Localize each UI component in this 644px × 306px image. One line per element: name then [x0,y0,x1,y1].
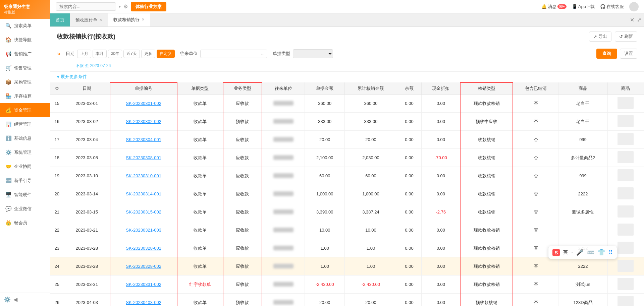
voucher-no-link[interactable]: SK-20230403-002 [126,300,161,305]
sidebar-item-inventory[interactable]: 🏪库存核算 [0,89,50,103]
sidebar-label-finance: 资金管理 [14,107,32,113]
sidebar-item-enterprise[interactable]: 🤝企业协同 [0,160,50,174]
voucher-no-link[interactable]: SK-20230328-001 [126,246,161,251]
grid-icon[interactable]: ⠿ [608,249,613,256]
collapse-icon[interactable]: ◀ [13,296,17,303]
date-last-month-btn[interactable]: 上月 [77,50,91,58]
partner-filter-dots[interactable]: ··· [261,51,265,56]
solution-button[interactable]: 体验行业方案 [131,2,166,11]
voucher-no-link[interactable]: SK-20230314-001 [126,191,161,196]
col-header-biz-type: 业务类型 [223,82,262,95]
date-more-btn[interactable]: 更多 [141,50,155,58]
voucher-no-link[interactable]: SK-20230302-002 [126,119,161,124]
cell-cash-discount: -2.76 [422,203,460,221]
sidebar-item-operation[interactable]: 📊经营管理 [0,117,50,131]
gear-icon[interactable]: ⚙ [55,86,59,91]
tab-prepay-close[interactable]: ✕ [99,18,102,22]
sidebar-item-system[interactable]: ⚙️系统管理 [0,145,50,160]
sidebar-label-inventory: 库存核算 [14,93,32,99]
tab-collection-close[interactable]: ✕ [142,17,145,22]
table-header-row: ⚙ 日期 单据编号 单据类型 业务类型 往来单位 单据金额 累计核销金额 余额 … [50,82,644,95]
partner-filter-input[interactable] [200,50,267,58]
refresh-button[interactable]: ↺ 刷新 [615,32,637,42]
date-this-month-btn[interactable]: 本月 [93,50,107,58]
voucher-no-link[interactable]: SK-20230308-001 [126,155,161,160]
cell-voucher-type: 收款单 [177,185,223,203]
cell-voucher-no: SK-20230308-001 [110,149,177,167]
voucher-no-link[interactable]: SK-20230331-002 [126,282,161,287]
sidebar-label-hardware: 智能硬件 [14,192,32,198]
sidebar-icon-guide: 🆕 [5,178,11,184]
col-header-gear[interactable]: ⚙ [50,82,64,95]
cell-balance: 0.00 [397,131,422,149]
tab-prepay[interactable]: 预收应付单 ✕ [70,13,108,26]
date-7days-btn[interactable]: 近7天 [123,50,140,58]
tab-close-all-icon[interactable]: ✕ [630,17,634,23]
voucher-no-link[interactable]: SK-20230315-002 [126,209,161,215]
table-body: 15 2023-03-01 SK-20230301-002 收款单 应收款 36… [50,95,644,306]
tab-expand-icon[interactable]: ⤢ [637,17,641,23]
tab-home[interactable]: 首页 [50,13,70,26]
messages-badge: 99+ [557,4,567,9]
cell-goods2 [607,294,644,306]
keyboard-icon[interactable]: ⌨️ [587,249,594,256]
sidebar-item-hardware[interactable]: 🖥️智能硬件 [0,188,50,202]
export-button[interactable]: ↗ 导出 [589,32,611,42]
cell-amount: 60.00 [305,167,345,185]
cell-cancel-type: 收款核销 [460,149,513,167]
cell-include-cleared: 否 [513,257,558,276]
sidebar-item-basic[interactable]: ℹ️基础信息 [0,131,50,145]
sidebar-item-sales[interactable]: 🛒销售管理 [0,61,50,75]
sidebar-item-guide[interactable]: 🆕新手引导 [0,174,50,188]
messages-link[interactable]: 🔔 消息 99+ [541,4,567,10]
filter-settings-button[interactable]: 设置 [620,49,637,59]
cell-goods2 [607,257,644,276]
voucher-no-link[interactable]: SK-20230328-002 [126,264,161,269]
refresh-label: 刷新 [624,34,633,40]
expand-more-conditions[interactable]: ▾ 展开更多条件 [50,72,644,82]
cell-biz-type: 应收款 [223,167,262,185]
cell-cancel-type: 现款收款核销 [460,221,513,239]
sidebar-item-quick[interactable]: 🏠快捷导航 [0,33,50,47]
sidebar-icon-search: 🔍 [5,23,11,29]
query-button[interactable]: 查询 [596,49,617,59]
online-service-link[interactable]: 🎧 在线客服 [600,4,624,10]
double-arrow-icon[interactable]: » [57,50,60,57]
topbar-search-input[interactable] [56,2,116,11]
sidebar-icon-wechat: 💬 [5,206,11,212]
cell-goods2 [607,167,644,185]
sidebar-item-search[interactable]: 🔍搜索菜单 [0,19,50,33]
sidebar-item-marketing[interactable]: 📢营销推广 [0,47,50,61]
settings-icon[interactable]: ⚙️ [4,296,11,303]
sidebar-label-enterprise: 企业协同 [14,164,32,170]
shirt-icon[interactable]: 👕 [598,249,605,256]
sidebar-item-member[interactable]: 👑畅会员 [0,216,50,230]
voucher-no-link[interactable]: SK-20230310-001 [126,173,161,178]
sidebar-item-finance[interactable]: 💰资金管理 [0,103,50,117]
topbar-gear-icon[interactable]: ⚙ [123,3,128,10]
page-header: 收款核销执行(按收款) ↗ 导出 ↺ 刷新 [50,27,644,45]
date-custom-btn[interactable]: 自定义 [157,50,175,58]
voucher-no-link[interactable]: SK-20230301-002 [126,101,161,106]
voucher-no-link[interactable]: SK-20230304-001 [126,137,161,142]
mic-icon[interactable]: 🎤 [576,249,584,256]
voucher-type-filter-section: 单据类型 [273,49,333,58]
bell-icon: 🔔 [541,4,547,9]
voucher-no-link[interactable]: SK-20230321-003 [126,228,161,233]
tab-collection[interactable]: 收款核销执行 ✕ [108,13,150,26]
voucher-type-select[interactable] [293,49,333,58]
sidebar-icon-enterprise: 🤝 [5,164,11,170]
app-download-link[interactable]: 📱 App下载 [572,4,595,10]
date-this-year-btn[interactable]: 本年 [108,50,122,58]
cell-biz-type: 应收款 [223,185,262,203]
cell-cancel-type: 收款核销 [460,167,513,185]
cell-cash-discount: 0.00 [422,185,460,203]
sidebar-item-wechat[interactable]: 💬企业微信 [0,202,50,216]
cell-cash-discount: 0.00 [422,221,460,239]
user-avatar[interactable] [629,2,639,11]
cell-balance: 0.00 [397,239,422,257]
sidebar-item-purchase[interactable]: 📦采购管理 [0,75,50,89]
cell-cumulative: 1.00 [345,239,397,257]
topbar-dropdown-arrow[interactable]: ▾ [119,4,121,9]
cell-amount: 10.00 [305,221,345,239]
